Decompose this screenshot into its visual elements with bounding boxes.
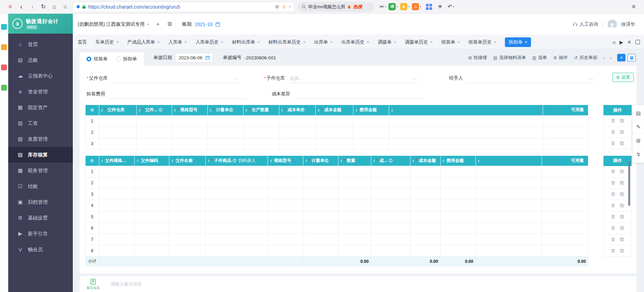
translate-icon[interactable]: 译▾	[388, 3, 398, 10]
close-all-tabs-icon[interactable]: ✕	[627, 39, 631, 45]
grid-cell[interactable]	[99, 200, 135, 211]
grid-cell[interactable]	[303, 166, 338, 177]
grid-cell[interactable]	[371, 234, 410, 245]
grid-cell[interactable]	[542, 200, 588, 211]
copy-row-icon[interactable]	[620, 141, 625, 146]
input-handler[interactable]: ⋯	[466, 74, 595, 83]
apps-grid-icon[interactable]	[425, 4, 433, 10]
grid-cell[interactable]	[475, 234, 542, 245]
grid-cell[interactable]	[410, 177, 440, 189]
sort-icon[interactable]: ▲▼	[412, 159, 414, 162]
close-icon[interactable]: ×	[184, 39, 187, 45]
period-value[interactable]: 2021-10	[195, 22, 212, 27]
edit-note-icon[interactable]: ✎	[633, 120, 644, 134]
bookmark-star-icon[interactable]: ☆	[61, 2, 70, 11]
grid-cell[interactable]	[440, 200, 475, 211]
tab-9[interactable]: 调拨单×	[378, 39, 396, 45]
grid-cell[interactable]	[353, 115, 389, 127]
column-header[interactable]: ▲▼*生产数量	[243, 105, 279, 115]
grid-cell[interactable]	[389, 115, 543, 127]
tab-5[interactable]: 材料出库单×	[232, 39, 260, 45]
grid-cell[interactable]	[279, 127, 316, 138]
theme-icon[interactable]: ☀	[436, 2, 444, 11]
column-header[interactable]: ▲▼	[389, 105, 543, 115]
dock-app-icon-0[interactable]	[1, 24, 7, 30]
close-icon[interactable]: ×	[221, 39, 224, 45]
grid-cell[interactable]	[543, 115, 588, 127]
column-header[interactable]: ▲▼*成本金额	[316, 105, 353, 115]
avatar[interactable]	[608, 20, 617, 29]
sort-icon[interactable]: ▲▼	[138, 108, 140, 112]
quick-action-icon[interactable]: ↯	[633, 148, 644, 161]
grid-cell[interactable]	[316, 115, 353, 127]
sidebar-item-base-settings[interactable]: ⚙基础设置	[8, 210, 73, 226]
grid-cell[interactable]	[371, 166, 410, 177]
delete-row-icon[interactable]	[611, 237, 616, 242]
sidebar-item-guide[interactable]: ▶新手引导	[8, 226, 73, 242]
grid-cell[interactable]	[205, 211, 268, 223]
gear-icon[interactable]: ⚙	[167, 21, 172, 28]
ellipsis-icon[interactable]: ⋯	[413, 76, 418, 81]
document-list-icon[interactable]: ▤	[633, 106, 644, 120]
grid-cell[interactable]	[303, 177, 338, 189]
refresh-icon[interactable]: ↻	[39, 2, 48, 11]
grid-cell[interactable]	[410, 200, 440, 211]
input-child-warehouse[interactable]: 选择...⋯	[289, 74, 419, 83]
remark-input[interactable]: 请输入备注信息	[111, 281, 142, 287]
grid-cell[interactable]	[371, 223, 410, 234]
close-icon[interactable]: ×	[330, 39, 333, 45]
copy-row-icon[interactable]	[620, 225, 625, 231]
grid-cell[interactable]	[205, 234, 268, 245]
copy-row-icon[interactable]	[620, 214, 625, 219]
grid-cell[interactable]	[207, 115, 243, 127]
grid-cell[interactable]	[303, 223, 338, 234]
grid-cell[interactable]	[338, 223, 371, 234]
grid-cell[interactable]	[338, 189, 371, 200]
column-settings-icon[interactable]: ⚙	[90, 107, 94, 113]
tab-scroll-right-icon[interactable]: ▶	[619, 39, 623, 45]
grid-cell[interactable]	[542, 211, 588, 223]
lightning-icon[interactable]: ↯	[282, 4, 286, 10]
grid-cell[interactable]	[135, 245, 169, 257]
undo-icon[interactable]: ↶▾	[448, 3, 454, 10]
fullscreen-icon[interactable]	[635, 40, 640, 44]
select-bom-button[interactable]: ▤选择物料清单	[493, 55, 526, 61]
copy-row-icon[interactable]	[620, 180, 625, 185]
close-icon[interactable]: ×	[366, 39, 369, 45]
grid-cell[interactable]	[268, 177, 303, 189]
grid-cell[interactable]	[475, 245, 542, 257]
grid-cell[interactable]	[371, 200, 410, 211]
tab-13[interactable]: 拆卸单×	[505, 37, 531, 47]
grid-cell[interactable]	[135, 189, 169, 200]
column-header[interactable]: ▲▼*数量	[338, 156, 371, 166]
copy-row-icon[interactable]	[620, 118, 625, 124]
consult-button[interactable]: 人工咨询	[573, 21, 598, 27]
grid-view-toggle[interactable]: ▦	[628, 54, 636, 61]
sort-icon[interactable]: ▲▼	[477, 159, 479, 163]
grid-cell[interactable]	[99, 223, 135, 234]
sort-icon[interactable]: ▲▼	[210, 108, 212, 112]
grid-cell[interactable]	[135, 200, 169, 211]
grid-cell[interactable]	[207, 127, 243, 138]
doc-no-value[interactable]: -20230606-001	[245, 55, 276, 60]
copy-row-icon[interactable]	[620, 237, 625, 242]
history-docs-button[interactable]: ↺历史单据	[574, 55, 597, 61]
column-header[interactable]: ▲▼父件名称	[169, 156, 205, 166]
column-header[interactable]: ▲▼规格型号	[268, 156, 303, 166]
dock-app-icon-2[interactable]	[1, 65, 7, 70]
dock-app-icon-3[interactable]	[1, 85, 7, 91]
grid-cell[interactable]	[338, 166, 371, 177]
grid-cell[interactable]	[99, 189, 135, 200]
next-doc-icon[interactable]: ›	[610, 55, 612, 61]
grid-cell[interactable]	[440, 245, 475, 257]
sort-icon[interactable]: ▲▼	[373, 159, 375, 162]
grid-cell[interactable]	[475, 223, 542, 234]
grid-cell[interactable]	[303, 211, 338, 223]
copy-row-icon[interactable]	[620, 203, 625, 208]
tab-6[interactable]: 材料出库单历史×	[268, 39, 305, 45]
sort-icon[interactable]: ▲▼	[317, 108, 319, 112]
dock-app-icon-1[interactable]	[1, 44, 7, 50]
grid-cell[interactable]	[205, 245, 268, 257]
grid-cell[interactable]	[205, 200, 268, 211]
tab-11[interactable]: 组装单×	[441, 39, 460, 45]
